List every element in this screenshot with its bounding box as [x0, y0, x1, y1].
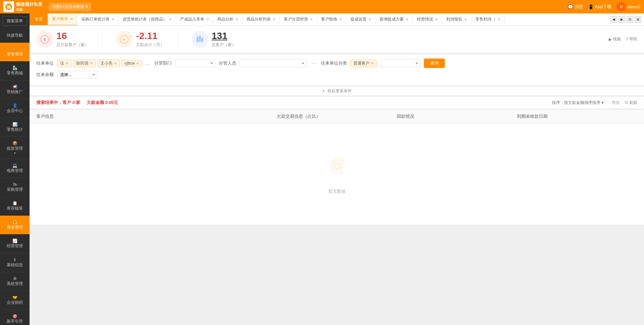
svg-rect-8 — [201, 38, 203, 42]
message-btn[interactable]: 💬 消息 — [568, 4, 583, 10]
sidebar-item-finance[interactable]: 💰 资金管理 — [0, 216, 30, 234]
sidebar-item-retail-stats[interactable]: 📊 零售统计 — [0, 118, 30, 137]
classification-select[interactable] — [380, 59, 421, 67]
svg-rect-6 — [197, 37, 199, 42]
sidebar-item-ecommerce[interactable]: 💻 电商管理 — [0, 159, 30, 178]
stat1-label: 总欠款客户（家） — [56, 42, 89, 48]
sidebar-item-inventory[interactable]: 📋 库存核算 — [0, 197, 30, 216]
ecommerce-icon: 💻 — [0, 163, 30, 168]
app-logo: 畅 畅捷通好生意 标版 — [3, 1, 42, 12]
avatar: D — [616, 2, 626, 11]
tab-close-customer-tier[interactable]: ✕ — [310, 17, 313, 21]
tab-purchase-order[interactable]: 采购订单统计表 ✕ — [77, 13, 119, 26]
inventory-icon: 📋 — [0, 201, 30, 206]
unit-tag-cjttcw: cjttcw ✕ — [122, 60, 142, 67]
sidebar-item-enterprise[interactable]: 🤝 企业协同 — [0, 291, 30, 310]
unit-tag-wu-remove[interactable]: ✕ — [66, 62, 69, 65]
collapse-bar[interactable]: ∧ 收起更多条件 — [30, 87, 644, 96]
logo-icon: 畅 — [3, 1, 14, 12]
tab-close-new-promotion[interactable]: ✕ — [406, 17, 409, 21]
sidebar-item-member[interactable]: 👤 会员中心 — [0, 99, 30, 118]
tab-close-promotion-settings[interactable]: ✕ — [369, 17, 371, 21]
dept-select[interactable] — [175, 59, 215, 67]
main-area: 搜索菜单 快捷导航 🛒 零售管理 🏪 零售商城 📢 营销推广 👤 会员中心 — [0, 13, 644, 325]
sidebar-item-marketing[interactable]: 📢 营销推广 — [0, 80, 30, 99]
sidebar-item-retail[interactable]: 🛒 零售管理 — [0, 43, 30, 62]
tab-home[interactable]: 首页 — [30, 13, 48, 26]
tab-close-inbound-stats[interactable]: ✕ — [169, 17, 172, 21]
help-link[interactable]: ? 帮助 — [626, 36, 637, 42]
stat-2-section: + -2.11 欠款合计（万） — [102, 31, 178, 48]
top-bar: 畅 畅捷通好生意 标版 母婴行业演示帐套 ▾ 💬 消息 📱 App下载 D — [0, 0, 644, 13]
app-download-btn[interactable]: 📱 App下载 — [588, 4, 611, 10]
search-menu-btn[interactable]: 搜索菜单 — [3, 16, 27, 26]
unit-filter-label: 往来单位 — [36, 60, 54, 66]
svg-text:畅: 畅 — [7, 5, 11, 9]
collapse-label: 收起更多条件 — [328, 88, 352, 93]
user-menu[interactable]: D demo2 — [616, 2, 641, 11]
tab-profit-report[interactable]: 利润报告 ✕ — [442, 13, 471, 26]
tab-bar: 首页 客户账本 ✕ 采购订单统计表 ✕ 进货单统计表（按商品） ✕ 产成品入库单… — [30, 13, 644, 26]
sidebar-item-wholesale[interactable]: 📦 批发管理 ▾ — [0, 137, 30, 159]
sidebar-item-quick-nav[interactable]: 快捷导航 — [0, 29, 30, 43]
stat1-icon-wrap: ¥ — [36, 31, 53, 48]
stat2-data: -2.11 欠款合计（万） — [136, 31, 164, 48]
export-btn[interactable]: ↑ 导出 — [609, 100, 620, 106]
tab-prev-btn[interactable]: ◀ — [610, 16, 617, 23]
sidebar-item-purchase[interactable]: 🛍 采购管理 — [0, 178, 30, 197]
tab-expand-btn[interactable]: ⊟ — [627, 16, 633, 23]
unit-tag-cjttcw-remove[interactable]: ✕ — [136, 62, 139, 65]
tab-product-inbound[interactable]: 产成品入库单 ✕ — [176, 13, 213, 26]
unit-tags-more[interactable]: ... — [144, 60, 151, 66]
tab-close-customer-contact[interactable]: ✕ — [339, 17, 342, 21]
stat-1-section: ¥ 16 总欠款客户（家） — [36, 31, 102, 48]
tab-promotion-settings[interactable]: 提成设置 ✕ — [346, 13, 376, 26]
tab-close-product-analysis-list[interactable]: ✕ — [273, 17, 275, 21]
sidebar-item-operations[interactable]: 📈 经营管理 — [0, 234, 30, 253]
unit-tag-wang-remove[interactable]: ✕ — [114, 62, 117, 65]
sidebar-item-system[interactable]: ⚙ 系统管理 — [0, 272, 30, 291]
tab-product-analysis-list[interactable]: 商品分析列表 ✕ — [243, 13, 280, 26]
stat1-value: 16 — [56, 31, 89, 41]
sidebar-search-section: 搜索菜单 — [0, 13, 30, 29]
tab-close-profit-report[interactable]: ✕ — [464, 17, 467, 21]
classification-tag-remove[interactable]: ✕ — [371, 62, 374, 65]
message-icon: 💬 — [568, 4, 573, 9]
tab-retail-profit[interactable]: 零售利润（ ✕ — [471, 13, 505, 26]
tab-new-promotion[interactable]: 新增提成方案 ✕ — [376, 13, 413, 26]
tab-close-operations[interactable]: ✕ — [435, 17, 438, 21]
refresh-btn[interactable]: ↻ 刷新 — [625, 100, 637, 106]
tab-fullscreen-btn[interactable]: ⊞ — [635, 16, 641, 23]
stat2-label: 欠款合计（万） — [136, 42, 164, 48]
unit-tag-chen-remove[interactable]: ✕ — [90, 62, 93, 65]
person-filter-more[interactable]: ··· — [310, 60, 317, 66]
video-link[interactable]: ▶ 视频 — [609, 36, 621, 42]
sidebar-item-retail-mall[interactable]: 🏪 零售商城 — [0, 62, 30, 80]
balance-select[interactable]: 选择... — [57, 71, 97, 79]
col-overdue-date: 到期未收款日期 — [517, 113, 637, 119]
sidebar-item-basic-info[interactable]: ℹ 基础信息 — [0, 253, 30, 272]
sidebar-item-new-guide[interactable]: 🎯 新手引导 — [0, 310, 30, 325]
tab-close-retail-profit[interactable]: ✕ — [498, 17, 500, 21]
sort-dropdown[interactable]: 排序：按欠款金额倒序排序 ▾ — [552, 100, 604, 106]
table-header: 客户信息 欠款交易信息（占比） 回款情况 到期未收款日期 — [30, 110, 644, 123]
tab-customer-tier[interactable]: 客户分层经营 ✕ — [280, 13, 317, 26]
tab-close-product-analysis[interactable]: ✕ — [235, 17, 238, 21]
person-select[interactable] — [240, 59, 307, 67]
tab-next-btn[interactable]: ▶ — [618, 16, 625, 23]
operations-icon: 📈 — [0, 239, 30, 243]
search-btn[interactable]: 查询 — [424, 59, 445, 68]
tab-close-product-inbound[interactable]: ✕ — [206, 17, 209, 21]
tab-product-analysis[interactable]: 商品分析 ✕ — [213, 13, 243, 26]
tab-operations[interactable]: 经营情况 ✕ — [413, 13, 442, 26]
tab-close-purchase-order[interactable]: ✕ — [112, 17, 114, 21]
stat2-icon-wrap: + — [116, 31, 133, 48]
tab-inbound-stats[interactable]: 进货单统计表（按商品） ✕ — [119, 13, 176, 26]
tab-customer-contact[interactable]: 客户联络 ✕ — [317, 13, 346, 26]
tab-accounts[interactable]: 客户账本 ✕ — [48, 13, 77, 26]
system-icon: ⚙ — [0, 276, 30, 281]
svg-text:🔍: 🔍 — [340, 158, 344, 162]
person-dropdown-wrap — [240, 59, 307, 67]
account-selector[interactable]: 母婴行业演示帐套 ▾ — [49, 3, 91, 11]
tab-close-accounts[interactable]: ✕ — [70, 17, 73, 21]
